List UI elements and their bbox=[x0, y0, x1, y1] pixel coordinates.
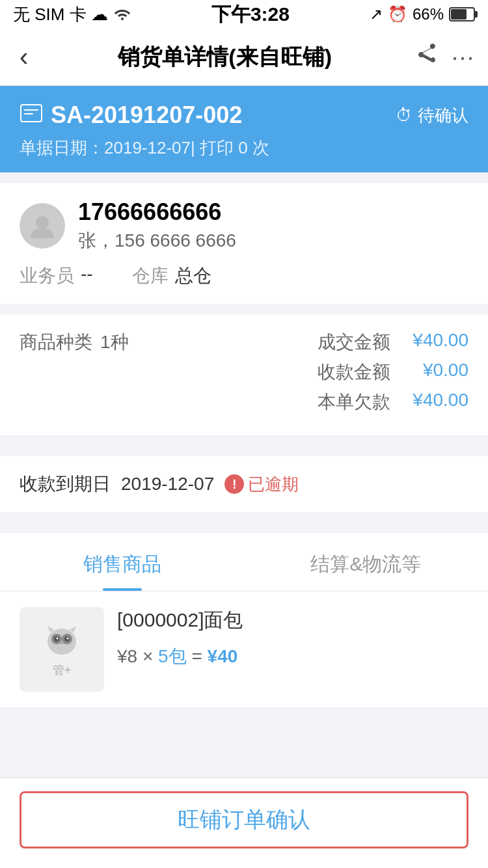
customer-name: 张，156 6666 6666 bbox=[78, 228, 236, 253]
summary-section: 商品种类 1种 成交金额 ¥40.00 收款金额 ¥0.00 本单欠款 ¥40.… bbox=[0, 314, 488, 435]
divider-1 bbox=[0, 304, 488, 314]
sales-value: -- bbox=[81, 264, 93, 288]
overdue-text: 已逾期 bbox=[248, 473, 299, 496]
warehouse-meta: 仓库 总仓 bbox=[132, 264, 211, 288]
price-qty: 5包 bbox=[158, 646, 187, 666]
tabs-container: 销售商品 结算&物流等 bbox=[0, 533, 488, 591]
divider-2 bbox=[0, 435, 488, 446]
svg-point-1 bbox=[36, 216, 49, 229]
nav-bar: ‹ 销货单详情(来自旺铺) ··· bbox=[0, 29, 488, 86]
owed-value: ¥40.00 bbox=[403, 390, 468, 414]
sales-label: 业务员 bbox=[20, 264, 74, 288]
order-header: SA-20191207-002 ⏱ 待确认 单据日期：2019-12-07| 打… bbox=[0, 86, 488, 172]
amount-line: 成交金额 ¥40.00 bbox=[318, 330, 468, 355]
order-id-row: SA-20191207-002 ⏱ 待确认 bbox=[20, 102, 468, 129]
divider-3 bbox=[0, 512, 488, 522]
owed-label: 本单欠款 bbox=[318, 390, 390, 414]
tabs-row: 销售商品 结算&物流等 bbox=[0, 533, 488, 591]
status-bar: 无 SIM 卡 ☁ 下午3:28 ↗ ⏰ 66% bbox=[0, 0, 488, 29]
category-label: 商品种类 bbox=[20, 330, 92, 355]
due-date-value: 2019-12-07 bbox=[121, 474, 214, 495]
category-value: 1种 bbox=[100, 330, 129, 355]
status-left: 无 SIM 卡 ☁ bbox=[13, 3, 131, 26]
clock-icon: ⏱ bbox=[396, 105, 413, 126]
overdue-warning-icon: ! bbox=[224, 474, 244, 494]
svg-point-8 bbox=[67, 638, 69, 640]
overdue-badge: ! 已逾期 bbox=[224, 473, 299, 496]
category-info: 商品种类 1种 bbox=[20, 330, 129, 355]
tab-settlement[interactable]: 结算&物流等 bbox=[244, 533, 488, 591]
order-id: SA-20191207-002 bbox=[20, 102, 242, 129]
tab-sales-products[interactable]: 销售商品 bbox=[0, 533, 244, 591]
due-date-section: 收款到期日 2019-12-07 ! 已逾期 bbox=[0, 456, 488, 512]
received-line: 收款金额 ¥0.00 bbox=[318, 360, 468, 385]
product-thumbnail: 管+ bbox=[20, 607, 104, 692]
nav-actions: ··· bbox=[415, 43, 475, 71]
more-button[interactable]: ··· bbox=[452, 44, 475, 71]
summary-row: 商品种类 1种 成交金额 ¥40.00 收款金额 ¥0.00 本单欠款 ¥40.… bbox=[20, 330, 468, 420]
customer-phone: 17666666666 bbox=[78, 198, 236, 226]
location-icon: ↗ bbox=[370, 5, 383, 23]
avatar bbox=[20, 203, 65, 249]
price-unit: ¥8 bbox=[117, 646, 137, 666]
product-name: [0000002]面包 bbox=[117, 607, 468, 634]
wifi-icon bbox=[113, 5, 131, 25]
received-value: ¥0.00 bbox=[403, 360, 468, 385]
svg-point-7 bbox=[57, 638, 59, 640]
warehouse-value: 总仓 bbox=[175, 264, 211, 288]
received-label: 收款金额 bbox=[318, 360, 390, 385]
due-date-label: 收款到期日 bbox=[20, 472, 111, 496]
no-sim-text: 无 SIM 卡 ☁ bbox=[13, 3, 108, 26]
order-id-icon bbox=[20, 102, 43, 129]
customer-section: 17666666666 张，156 6666 6666 业务员 -- 仓库 总仓 bbox=[0, 183, 488, 304]
amount-value: ¥40.00 bbox=[403, 330, 468, 355]
confirm-btn-container: 旺铺订单确认 bbox=[0, 778, 488, 868]
brand-text: 管+ bbox=[53, 662, 72, 678]
product-price-row: ¥8 × 5包 = ¥40 bbox=[117, 644, 468, 669]
product-item: 管+ [0000002]面包 ¥8 × 5包 = ¥40 bbox=[0, 591, 488, 707]
share-button[interactable] bbox=[415, 43, 439, 71]
price-total: ¥40 bbox=[208, 646, 238, 666]
sales-meta: 业务员 -- bbox=[20, 264, 93, 288]
customer-info: 17666666666 张，156 6666 6666 bbox=[78, 198, 236, 253]
customer-meta: 业务员 -- 仓库 总仓 bbox=[20, 264, 468, 288]
product-thumb-inner: 管+ bbox=[36, 621, 88, 678]
battery-percentage: 66% bbox=[413, 5, 444, 23]
back-button[interactable]: ‹ bbox=[13, 36, 34, 78]
alarm-icon: ⏰ bbox=[388, 5, 407, 23]
amounts: 成交金额 ¥40.00 收款金额 ¥0.00 本单欠款 ¥40.00 bbox=[318, 330, 468, 420]
battery-icon bbox=[449, 7, 475, 21]
status-time: 下午3:28 bbox=[211, 1, 290, 28]
page-title: 销货单详情(来自旺铺) bbox=[118, 42, 332, 72]
customer-row: 17666666666 张，156 6666 6666 bbox=[20, 198, 468, 253]
amount-label: 成交金额 bbox=[318, 330, 390, 355]
warehouse-label: 仓库 bbox=[132, 264, 169, 288]
price-multiplier: × bbox=[142, 646, 158, 666]
order-date: 单据日期：2019-12-07| 打印 0 次 bbox=[20, 137, 468, 159]
owed-line: 本单欠款 ¥40.00 bbox=[318, 390, 468, 414]
order-status: ⏱ 待确认 bbox=[396, 104, 468, 127]
confirm-order-button[interactable]: 旺铺订单确认 bbox=[20, 791, 468, 848]
status-right: ↗ ⏰ 66% bbox=[370, 5, 475, 23]
price-equals: = bbox=[191, 646, 207, 666]
product-info: [0000002]面包 ¥8 × 5包 = ¥40 bbox=[117, 607, 468, 669]
